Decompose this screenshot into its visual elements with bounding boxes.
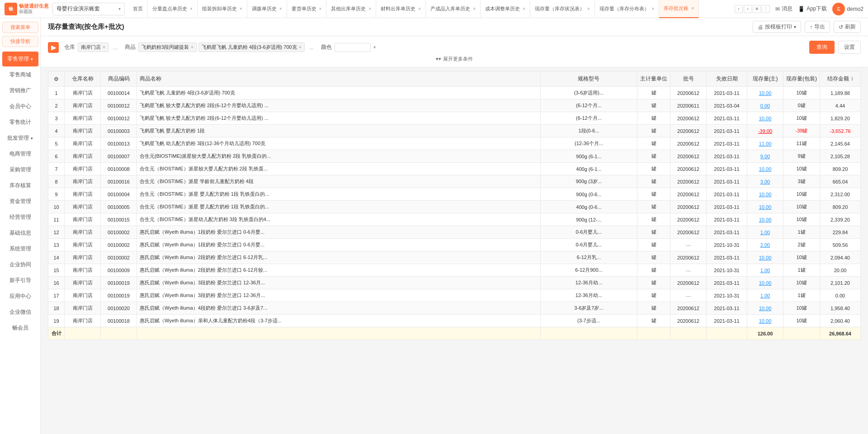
- sidebar-item-wholesale-mgmt[interactable]: 批发管理 ▾: [2, 131, 38, 146]
- cell-stock-pkg: 9罐: [783, 150, 820, 163]
- export-btn[interactable]: ↑ 导出: [805, 21, 830, 33]
- tab-close-icon[interactable]: ×: [587, 6, 590, 11]
- tab-close-icon[interactable]: ×: [240, 6, 242, 11]
- cell-stock-main[interactable]: 10.00: [747, 213, 783, 226]
- sidebar-item-operations[interactable]: 经营管理: [2, 210, 38, 225]
- warehouse-ellipsis[interactable]: ...: [111, 44, 119, 51]
- cell-stock-main[interactable]: 11.00: [747, 137, 783, 150]
- cell-no: 16: [48, 277, 65, 289]
- cell-spec: (6-12个月...: [540, 112, 637, 125]
- refresh-btn[interactable]: ↺ 刷新: [834, 21, 861, 33]
- cell-stock-main[interactable]: 10.00: [747, 302, 783, 315]
- tab-item-产成品入库单历史[interactable]: 产成品入库单历史×: [426, 0, 481, 18]
- tab-item-调拨单历史[interactable]: 调拨单历史×: [247, 0, 287, 18]
- cell-stock-main[interactable]: 10.00: [747, 188, 783, 201]
- product-ellipsis[interactable]: ...: [307, 44, 316, 51]
- cell-stock-main[interactable]: 9.00: [747, 150, 783, 163]
- tab-item-其他出库单历史[interactable]: 其他出库单历史×: [326, 0, 376, 18]
- sidebar-item-retail-mgmt[interactable]: 零售管理 ▾: [2, 52, 38, 66]
- tab-close-all-btn[interactable]: ✕: [753, 5, 761, 13]
- sidebar-item-enterprise-wechat[interactable]: 企业微信: [2, 305, 38, 320]
- tab-close-icon[interactable]: ×: [190, 6, 193, 11]
- sidebar-item-enterprise[interactable]: 企业协同: [2, 257, 38, 272]
- sidebar-item-sys-mgmt[interactable]: 系统管理: [2, 241, 38, 256]
- table-row: 7南岸门店00100008合生元（BIOSTIME）派星较大婴儿配方奶粉 2段 …: [48, 163, 861, 175]
- color-select[interactable]: [335, 43, 371, 52]
- tab-item-库存批次账[interactable]: 库存批次账×: [659, 0, 699, 18]
- tab-item-要货单历史[interactable]: 要货单历史×: [287, 0, 327, 18]
- sidebar-item-basic-info[interactable]: 基础信息: [2, 226, 38, 241]
- tab-item-现存量库存分布[interactable]: 现存量（库存分布表）×: [595, 0, 660, 18]
- cell-stock-main[interactable]: 10.00: [747, 277, 783, 289]
- sidebar-item-ecom-mgmt[interactable]: 电商管理: [2, 146, 38, 161]
- sidebar-item-purchase-mgmt[interactable]: 采购管理: [2, 162, 38, 177]
- tab-item-分量盘点单历史[interactable]: 分量盘点单历史×: [148, 0, 198, 18]
- product-tag-close[interactable]: ×: [191, 45, 193, 50]
- cell-unit: 罐: [637, 277, 670, 289]
- cell-stock-main[interactable]: 1.00: [747, 289, 783, 302]
- tab-menu-btn[interactable]: ⋮: [762, 5, 770, 13]
- cell-stock-main[interactable]: 10.00: [747, 315, 783, 327]
- product-tag-close[interactable]: ×: [299, 45, 302, 50]
- search-btn[interactable]: 查询: [809, 41, 835, 54]
- cell-stock-main[interactable]: 0.00: [747, 99, 783, 112]
- user-profile-btn[interactable]: E demo2: [832, 3, 863, 15]
- cell-stock-main[interactable]: 10.00: [747, 163, 783, 175]
- sidebar-item-retail-stats[interactable]: 零售统计: [2, 115, 38, 130]
- tab-prev-btn[interactable]: ‹: [735, 5, 743, 13]
- cell-stock-main[interactable]: 10.00: [747, 201, 783, 213]
- cell-stock-main[interactable]: -39.00: [747, 125, 783, 137]
- tab-close-icon[interactable]: ×: [418, 6, 421, 11]
- tab-close-icon[interactable]: ×: [691, 6, 694, 11]
- tab-item-home[interactable]: 首页: [128, 0, 148, 18]
- tab-item-材料出库单历史[interactable]: 材料出库单历史×: [376, 0, 426, 18]
- cell-stock-main[interactable]: 1.00: [747, 264, 783, 277]
- sidebar-item-member-center[interactable]: 会员中心: [2, 99, 38, 114]
- col-header-settings[interactable]: ⚙: [48, 71, 65, 87]
- cell-stock-main[interactable]: 10.00: [747, 87, 783, 99]
- tab-close-icon[interactable]: ×: [652, 6, 655, 11]
- cell-no: 11: [48, 213, 65, 226]
- quick-nav-btn[interactable]: 快捷导航: [2, 36, 38, 47]
- cell-stock-main[interactable]: 3.00: [747, 175, 783, 188]
- template-print-btn[interactable]: 🖨 按模板打印 ▾: [753, 21, 801, 33]
- tab-close-icon[interactable]: ×: [319, 6, 322, 11]
- tab-close-icon[interactable]: ×: [279, 6, 282, 11]
- tab-label: 分量盘点单历史: [152, 5, 187, 12]
- expand-more-btn[interactable]: ▾▾ 展开更多条件: [48, 56, 861, 62]
- sidebar-item-new-guide[interactable]: 新手引导: [2, 273, 38, 288]
- tab-close-icon[interactable]: ×: [368, 6, 371, 11]
- warehouse-tag-close[interactable]: ×: [103, 45, 105, 50]
- logo-area: 畅 畅捷通好生意 标题版: [5, 3, 49, 15]
- filter-expand-btn[interactable]: ▶: [48, 42, 59, 53]
- cell-unit: 罐: [637, 213, 670, 226]
- cell-unit: 罐: [637, 125, 670, 137]
- sidebar-item-finance[interactable]: 资金管理: [2, 194, 38, 209]
- cell-no: 2: [48, 99, 65, 112]
- sidebar-item-marketing[interactable]: 营销推广: [2, 83, 38, 98]
- sidebar-item-app-center[interactable]: 应用中心: [2, 289, 38, 304]
- sidebar-item-inventory[interactable]: 库存核算: [2, 178, 38, 193]
- app-download-label: App下载: [807, 5, 827, 13]
- balance-info-icon[interactable]: ℹ: [851, 76, 853, 81]
- cell-code: 00100020: [101, 302, 137, 315]
- cell-stock-main[interactable]: 2.00: [747, 239, 783, 251]
- tab-close-icon[interactable]: ×: [523, 6, 525, 11]
- setting-btn[interactable]: 设置: [838, 41, 861, 54]
- sidebar-item-member[interactable]: 畅会员: [2, 321, 38, 335]
- tab-next-btn[interactable]: ›: [744, 5, 752, 13]
- cell-name: 合生元（BIOSTIME）派星较大婴儿配方奶粉 2段 乳铁蛋...: [137, 163, 541, 175]
- account-dropdown[interactable]: 母婴行业演示账套 ▾: [52, 3, 125, 15]
- search-menu-btn[interactable]: 搜索菜单: [2, 22, 38, 33]
- cell-stock-main[interactable]: 10.00: [747, 251, 783, 264]
- cell-stock-main[interactable]: 1.00: [747, 226, 783, 239]
- tab-item-现存量库存状况[interactable]: 现存量（库存状况表）×: [530, 0, 595, 18]
- tab-item-组装拆卸单历史[interactable]: 组装拆卸单历史×: [198, 0, 247, 18]
- cell-stock-main[interactable]: 10.00: [747, 112, 783, 125]
- sidebar-item-retail-mall[interactable]: 零售商城: [2, 67, 38, 82]
- tab-item-成本调整单历史[interactable]: 成本调整单历史×: [481, 0, 530, 18]
- app-download-btn[interactable]: 📱 App下载: [798, 5, 827, 13]
- table-body: 1南岸门店00100014飞鹤星飞帆 儿童奶粉 4段(3-6岁适用) 700克(…: [48, 87, 861, 340]
- message-btn[interactable]: ✉ 消息: [775, 5, 793, 13]
- tab-close-icon[interactable]: ×: [473, 6, 476, 11]
